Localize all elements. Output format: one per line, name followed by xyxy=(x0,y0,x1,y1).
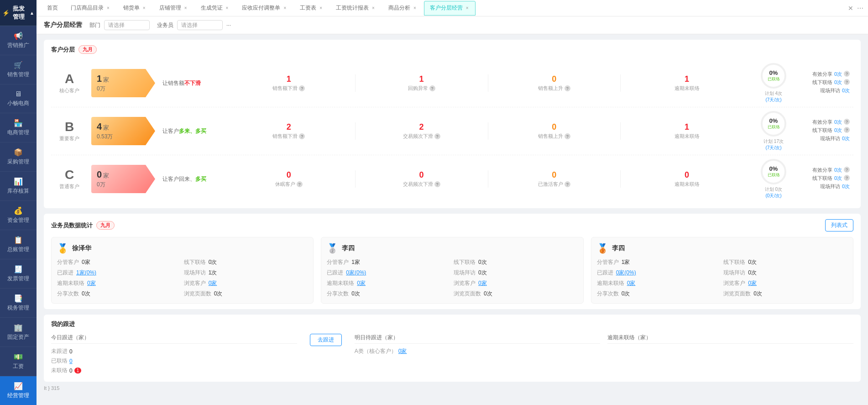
sidebar-item-jingying[interactable]: 📈 经营管理 xyxy=(0,376,37,405)
tab-dianpu-label: 店铺管理 xyxy=(159,4,181,12)
info-icon-act-a2[interactable]: ? xyxy=(844,79,850,85)
info-icon-a1[interactable]: ? xyxy=(299,85,305,91)
sidebar-item-gongzi[interactable]: 💵 工资 xyxy=(0,347,37,376)
info-icon-c3[interactable]: ? xyxy=(565,181,570,187)
sidebar-item-caigou[interactable]: 📦 采购管理 xyxy=(0,142,37,172)
sidebar-item-zhangzhang[interactable]: 📋 总账管理 xyxy=(0,230,37,259)
business-month-badge[interactable]: 九月 xyxy=(96,221,115,230)
sidebar-item-kucun[interactable]: 📊 库存核算 xyxy=(0,172,37,201)
tab-gongzi[interactable]: 工资表 × xyxy=(294,1,329,16)
sidebar-expand-icon[interactable]: ▲ xyxy=(30,11,34,16)
tier-circle-b: 0% 已联络 计划 17次 (7天/次) xyxy=(753,111,794,151)
staff-val-2-2[interactable]: 0家(0%) xyxy=(346,269,366,277)
staff-val-1-5[interactable]: 0家 xyxy=(209,279,217,287)
info-icon-b1[interactable]: ? xyxy=(299,133,305,139)
tab-close-all-icon[interactable]: ✕ xyxy=(848,5,853,12)
tab-kehu-close[interactable]: × xyxy=(465,5,470,11)
tier-stat-a4[interactable]: 1 逾期未联络 xyxy=(621,74,753,92)
info-icon-c2[interactable]: ? xyxy=(434,181,440,187)
sidebar-item-gudingzichan[interactable]: 🏢 固定资产 xyxy=(0,318,37,347)
tier-stat-a3[interactable]: 0 销售额上升 ? xyxy=(488,74,621,92)
info-icon-a2[interactable]: ? xyxy=(429,85,435,91)
tab-kehu[interactable]: 客户分层经营 × xyxy=(424,1,476,16)
info-icon-act-a1[interactable]: ? xyxy=(844,71,850,77)
list-view-button[interactable]: 列表式 xyxy=(825,219,853,231)
info-icon-a3[interactable]: ? xyxy=(565,85,570,91)
tier-stat-b2[interactable]: 2 交易频次下滑 ? xyxy=(356,122,488,140)
tab-gongzi-close[interactable]: × xyxy=(319,5,323,11)
staff-stat-3-2: 已跟进 0家(0%) xyxy=(597,269,721,277)
info-icon-act-c1[interactable]: ? xyxy=(844,167,850,173)
tier-stat-c3[interactable]: 0 已激活客户 ? xyxy=(488,170,621,188)
tier-stat-c2[interactable]: 0 交易频次下滑 ? xyxy=(356,170,488,188)
sidebar-item-xiaodian[interactable]: 🖥 小畅电商 xyxy=(0,84,37,113)
sidebar-item-fapiao[interactable]: 🧾 发票管理 xyxy=(0,259,37,289)
tier-shape-b[interactable]: 4 家 0.53万 xyxy=(91,117,155,145)
staff-val-1-2[interactable]: 1家(0%) xyxy=(76,269,96,277)
tab-gongzitongji[interactable]: 工资统计报表 × xyxy=(330,1,382,16)
tier-stat-a2[interactable]: 1 回购异常 ? xyxy=(356,74,488,92)
tier-shape-a[interactable]: 1 家 0万 xyxy=(91,69,155,97)
action-label-c1: 有效分享 xyxy=(812,167,832,174)
staff-select[interactable]: 请选择 xyxy=(177,20,223,30)
staff-filter: 业务员 请选择 ··· xyxy=(157,20,231,30)
staff-val-2-5[interactable]: 0家 xyxy=(478,279,487,287)
tab-home[interactable]: 首页 xyxy=(41,1,64,16)
follow-today-val2[interactable]: 0 xyxy=(69,358,73,364)
staff-val-3-7: 0次 xyxy=(753,290,762,298)
staff-val-1-3: 1次 xyxy=(209,269,217,277)
tab-xiaohuo[interactable]: 销货单 × xyxy=(117,1,152,16)
follow-today-val1[interactable]: 0 xyxy=(69,348,73,355)
go-follow-button[interactable]: 去跟进 xyxy=(310,334,342,346)
sidebar-item-shuiwu[interactable]: 📑 税务管理 xyxy=(0,289,37,318)
sidebar-item-xiaoshou[interactable]: 🛒 销售管理 xyxy=(0,55,37,84)
tier-stat-b4[interactable]: 1 逾期未联络 xyxy=(621,122,753,140)
tab-shangpin-close[interactable]: × xyxy=(413,5,417,11)
tier-action-a3: 现场拜访 0次 xyxy=(798,87,850,94)
staff-val-3-4[interactable]: 0家 xyxy=(627,279,636,287)
tier-month-badge[interactable]: 九月 xyxy=(78,45,97,54)
info-icon-act-b1[interactable]: ? xyxy=(844,119,850,125)
tab-dianpu-close[interactable]: × xyxy=(183,5,188,11)
tab-mendian-close[interactable]: × xyxy=(106,5,110,11)
tab-shangpin[interactable]: 商品分析 × xyxy=(382,1,423,16)
tab-yingshou-close[interactable]: × xyxy=(282,5,287,11)
tier-shape-c[interactable]: 0 家 0万 xyxy=(91,165,155,193)
tier-stat-c4[interactable]: 0 逾期未联络 xyxy=(621,170,753,188)
tab-menu-icon[interactable]: ⋯ xyxy=(857,5,863,12)
tab-gongzitongji-close[interactable]: × xyxy=(371,5,376,11)
staff-val-2-4[interactable]: 0家 xyxy=(357,279,366,287)
info-icon-act-c2[interactable]: ? xyxy=(844,175,850,181)
info-icon-b3[interactable]: ? xyxy=(565,133,570,139)
follow-tomorrow-val1[interactable]: 0家 xyxy=(398,347,407,355)
sidebar-item-dianshang[interactable]: 🏪 电商管理 xyxy=(0,113,37,142)
tab-shengcheng[interactable]: 生成凭证 × xyxy=(195,1,235,16)
staff-label-1-1: 线下联络 xyxy=(184,258,206,266)
tier-stat-b1[interactable]: 2 销售额下滑 ? xyxy=(223,122,356,140)
staff-val-1-0: 0家 xyxy=(82,258,90,266)
tab-dianpu[interactable]: 店铺管理 × xyxy=(153,1,194,16)
circle-period-c[interactable]: (0天/次) xyxy=(766,193,782,198)
tab-mendian[interactable]: 门店商品目录 × xyxy=(65,1,116,16)
circle-period-b[interactable]: (7天/次) xyxy=(766,145,782,150)
info-icon-b2[interactable]: ? xyxy=(434,133,440,139)
staff-val-3-2[interactable]: 0家(0%) xyxy=(616,269,636,277)
tier-stat-c1[interactable]: 0 休眠客户 ? xyxy=(223,170,356,188)
action-count-a3: 0次 xyxy=(842,87,850,94)
tab-yingshou[interactable]: 应收应付调整单 × xyxy=(236,1,293,16)
staff-val-3-5[interactable]: 0家 xyxy=(748,279,757,287)
tier-stat-a1[interactable]: 1 销售额下滑 ? xyxy=(223,74,356,92)
tier-stat-b3[interactable]: 0 销售额上升 ? xyxy=(488,122,621,140)
tab-xiaohuo-close[interactable]: × xyxy=(142,5,146,11)
staff-val-1-4[interactable]: 0家 xyxy=(87,279,96,287)
info-icon-c1[interactable]: ? xyxy=(297,181,303,187)
action-label-c3: 现场拜访 xyxy=(820,183,840,190)
tab-shengcheng-close[interactable]: × xyxy=(225,5,230,11)
dept-select[interactable]: 请选择 xyxy=(104,20,150,30)
sidebar-item-zijin[interactable]: 💰 资金管理 xyxy=(0,201,37,230)
filter-dots[interactable]: ··· xyxy=(226,22,231,28)
circle-period-a[interactable]: (7天/次) xyxy=(766,97,782,102)
info-icon-act-b2[interactable]: ? xyxy=(844,127,850,133)
sidebar-item-yingxiao[interactable]: 📢 营销推广 xyxy=(0,26,37,55)
tier-stat-b1-num: 2 xyxy=(226,122,351,132)
